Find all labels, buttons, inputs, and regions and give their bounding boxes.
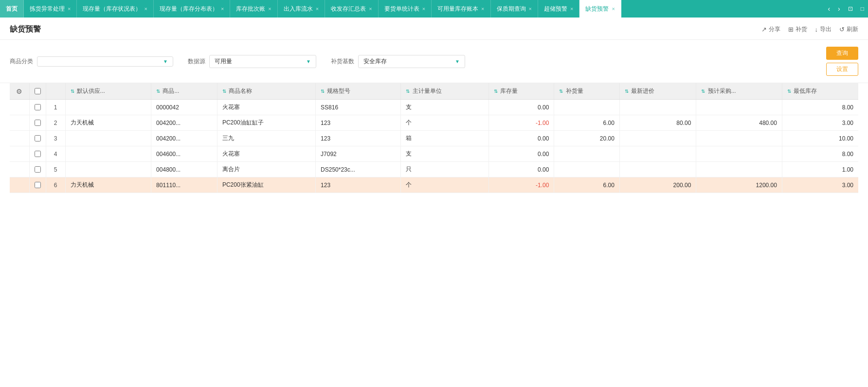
settings-button[interactable]: 设置 <box>826 63 858 76</box>
tab-collect-close[interactable]: × <box>369 6 372 12</box>
row-est-purchase-cell <box>696 146 782 162</box>
row-num-cell: 2 <box>46 115 65 131</box>
spec-sort-icon: ⇅ <box>321 88 325 94</box>
tab-requisition[interactable]: 要货单统计表 × <box>379 0 432 18</box>
tab-abnormal[interactable]: 拣货异常处理 × <box>24 0 77 18</box>
row-item-code-cell: 004200... <box>151 131 217 146</box>
table-body: 1 0000042 火花塞 SS816 支 0.00 8.00 2 力天机械 0… <box>10 100 858 193</box>
col-est-purchase: ⇅ 预计采购... <box>696 83 782 100</box>
row-min-stock-cell: 8.00 <box>782 146 858 162</box>
tab-requisition-label: 要货单统计表 <box>384 5 419 13</box>
replenish-sort-icon: ⇅ <box>559 88 563 94</box>
unit-sort-icon: ⇅ <box>406 88 410 94</box>
filter-actions: 查询 设置 <box>826 47 858 76</box>
tab-batch[interactable]: 库存批次账 × <box>230 0 277 18</box>
row-checkbox-3[interactable] <box>35 151 41 157</box>
row-check-cell <box>29 162 46 177</box>
tab-batch-close[interactable]: × <box>268 6 271 12</box>
row-item-name-cell: 火花塞 <box>217 100 315 115</box>
tab-expiry-close[interactable]: × <box>529 6 532 12</box>
row-item-code-cell: 004800... <box>151 162 217 177</box>
row-item-name-cell: PC200张紧油缸 <box>217 177 315 193</box>
tab-shortage[interactable]: 缺货预警 × <box>579 0 621 18</box>
tab-next-button[interactable]: › <box>834 0 844 18</box>
row-item-code-cell: 004200... <box>151 115 217 131</box>
main-content: 缺货预警 ↗ 分享 ⊞ 补货 ↓ 导出 ↺ 刷新 商品分类 <box>0 18 868 387</box>
replenish-icon: ⊞ <box>788 26 794 33</box>
gear-settings-icon[interactable]: ⚙ <box>16 88 22 95</box>
item-name-sort-icon: ⇅ <box>222 88 226 94</box>
tab-available-label: 可用量库存账本 <box>437 5 478 13</box>
tab-inventory-status[interactable]: 现存量（库存状况表） × <box>77 0 153 18</box>
tab-home[interactable]: 首页 <box>0 0 24 18</box>
row-min-stock-cell: 3.00 <box>782 115 858 131</box>
table-row: 3 004200... 三九 123 箱 0.00 20.00 10.00 <box>10 131 858 146</box>
tab-expiry[interactable]: 保质期查询 × <box>491 0 538 18</box>
tab-overstock-close[interactable]: × <box>570 6 573 12</box>
table-header-row: ⚙ ⇅ 默认供应... ⇅ 商品... ⇅ <box>10 83 858 100</box>
row-replenish-cell <box>554 162 620 177</box>
row-unit-cell: 箱 <box>401 131 488 146</box>
row-gear-cell <box>10 177 29 193</box>
est-purchase-sort-icon: ⇅ <box>701 88 705 94</box>
tab-requisition-close[interactable]: × <box>422 6 425 12</box>
table-row: 2 力天机械 004200... PC200油缸缸子 123 个 -1.00 6… <box>10 115 858 131</box>
row-checkbox-1[interactable] <box>35 120 41 126</box>
col-item-name: ⇅ 商品名称 <box>217 83 315 100</box>
row-supplier-cell <box>65 100 151 115</box>
row-unit-cell: 支 <box>401 100 488 115</box>
table-row: 4 004600... 火花塞 J7092 支 0.00 8.00 <box>10 146 858 162</box>
row-latest-price-cell: 200.00 <box>619 177 696 193</box>
row-num-cell: 3 <box>46 131 65 146</box>
replenish-base-value: 安全库存 <box>363 57 387 66</box>
row-min-stock-cell: 3.00 <box>782 177 858 193</box>
tab-shortage-close[interactable]: × <box>612 6 615 12</box>
replenish-label: 补货 <box>796 25 807 34</box>
datasource-select[interactable]: 可用量 ▼ <box>209 55 316 68</box>
tab-prev-button[interactable]: ‹ <box>824 0 834 18</box>
replenish-button[interactable]: ⊞ 补货 <box>788 25 807 34</box>
tab-abnormal-close[interactable]: × <box>68 6 71 12</box>
row-checkbox-5[interactable] <box>35 182 41 188</box>
row-supplier-cell <box>65 131 151 146</box>
tab-inout-flow-close[interactable]: × <box>316 6 319 12</box>
tab-inventory-dist-close[interactable]: × <box>221 6 224 12</box>
tab-batch-label: 库存批次账 <box>236 5 265 13</box>
row-num-cell: 6 <box>46 177 65 193</box>
row-min-stock-cell: 8.00 <box>782 100 858 115</box>
page-header: 缺货预警 ↗ 分享 ⊞ 补货 ↓ 导出 ↺ 刷新 <box>0 18 868 40</box>
row-stock-cell: -1.00 <box>488 115 554 131</box>
export-button[interactable]: ↓ 导出 <box>815 25 832 34</box>
select-all-checkbox[interactable] <box>35 88 41 94</box>
share-button[interactable]: ↗ 分享 <box>761 25 780 34</box>
tab-inout-flow[interactable]: 出入库流水 × <box>278 0 325 18</box>
row-gear-cell <box>10 131 29 146</box>
refresh-button[interactable]: ↺ 刷新 <box>839 25 858 34</box>
row-gear-cell <box>10 115 29 131</box>
row-stock-cell: -1.00 <box>488 177 554 193</box>
row-checkbox-0[interactable] <box>35 104 41 110</box>
tab-nav-buttons: ‹ › ⊡ □ <box>824 0 868 18</box>
query-button[interactable]: 查询 <box>826 47 858 60</box>
row-replenish-cell: 20.00 <box>554 131 620 146</box>
tab-collect[interactable]: 收发存汇总表 × <box>325 0 378 18</box>
row-checkbox-4[interactable] <box>35 166 41 173</box>
supplier-sort-icon: ⇅ <box>71 88 74 94</box>
tab-restore-button[interactable]: ⊡ <box>844 0 857 18</box>
row-check-cell <box>29 146 46 162</box>
export-label: 导出 <box>820 25 832 34</box>
category-select[interactable]: ▼ <box>37 56 173 67</box>
tab-overstock[interactable]: 超储预警 × <box>538 0 579 18</box>
replenish-base-select[interactable]: 安全库存 ▼ <box>358 55 465 68</box>
latest-price-sort-icon: ⇅ <box>625 88 629 94</box>
tab-available[interactable]: 可用量库存账本 × <box>432 0 490 18</box>
col-item-code: ⇅ 商品... <box>151 83 217 100</box>
unit-col-label: 主计量单位 <box>413 88 442 94</box>
row-spec-cell: DS250*23c... <box>316 162 401 177</box>
tab-available-close[interactable]: × <box>481 6 484 12</box>
tab-inventory-status-close[interactable]: × <box>144 6 147 12</box>
tab-maximize-button[interactable]: □ <box>857 0 868 18</box>
col-replenish: ⇅ 补货量 <box>554 83 620 100</box>
tab-inventory-dist[interactable]: 现存量（库存分布表） × <box>154 0 230 18</box>
row-checkbox-2[interactable] <box>35 135 41 141</box>
